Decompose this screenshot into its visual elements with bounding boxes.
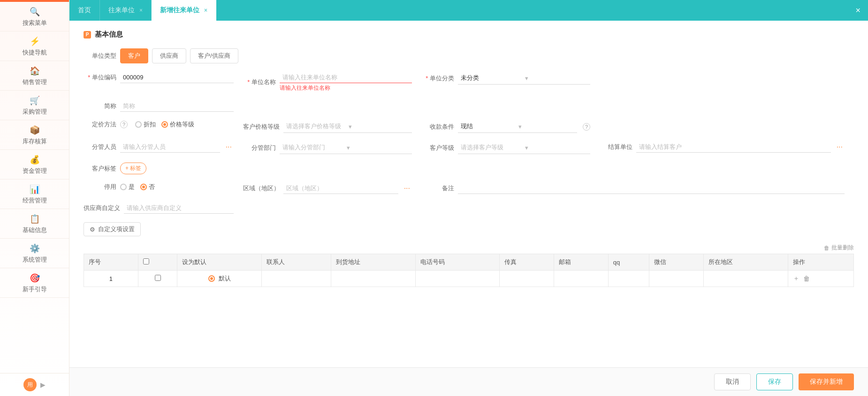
sidebar-item-purchase[interactable]: 🛒 采购管理: [0, 91, 69, 120]
tab-new-partner-close[interactable]: ×: [204, 7, 207, 14]
disabled-label: 停用: [84, 183, 116, 191]
sidebar-item-search[interactable]: 🔍 搜索菜单: [0, 2, 69, 31]
unit-type-row: 单位类型 客户 供应商 客户/供应商: [84, 48, 854, 63]
col-email: 邮箱: [554, 254, 609, 271]
unit-code-input[interactable]: [120, 72, 234, 83]
disabled-no-radio[interactable]: 否: [140, 183, 155, 191]
tag-add-button[interactable]: + 标签: [120, 163, 146, 174]
no-circle: [140, 184, 147, 190]
tab-bar: 首页 往来单位 × 新增往来单位 × ×: [69, 0, 868, 21]
short-name-input[interactable]: [120, 101, 234, 112]
unit-name-input[interactable]: [280, 72, 412, 83]
disabled-yes-radio[interactable]: 是: [120, 183, 135, 191]
supplier-custom-input[interactable]: [124, 202, 234, 214]
payment-terms-label: 收款条件: [421, 123, 454, 131]
sidebar-item-basic-info[interactable]: 📋 基础信息: [0, 209, 69, 239]
cancel-button[interactable]: 取消: [714, 373, 751, 390]
cell-region: [703, 271, 788, 287]
sidebar-item-sales[interactable]: 🏠 销售管理: [0, 61, 69, 91]
row-supplier-custom: 供应商自定义: [84, 202, 854, 214]
pricing-radio-group: 折扣 价格等级: [135, 120, 194, 129]
sidebar-item-guide[interactable]: 🎯 新手引导: [0, 268, 69, 298]
contact-table: 序号 设为默认 联系人 到货地址 电话号码 传真 邮箱 qq 微信 所在地区 操…: [84, 254, 854, 287]
default-radio[interactable]: 默认: [182, 274, 257, 283]
sidebar-expand-icon[interactable]: ▶: [40, 381, 46, 388]
unit-type-both-btn[interactable]: 客户/供应商: [190, 48, 238, 63]
cell-address: [331, 271, 415, 287]
department-label: 分管部门: [243, 144, 276, 152]
disabled-radio-group: 是 否: [120, 183, 155, 191]
unit-category-select[interactable]: 未分类 ▾: [458, 72, 590, 85]
search-icon: 🔍: [30, 7, 40, 17]
row-manager: 分管人员 ··· 分管部门 请输入分管部门 ▾ 客户等级 请选择客户等级 ▾ 结…: [84, 141, 854, 154]
col-region: 所在地区: [703, 254, 788, 271]
tab-partner-label: 往来单位: [108, 6, 135, 15]
tab-partner[interactable]: 往来单位 ×: [100, 0, 152, 21]
tab-home-label: 首页: [78, 6, 91, 15]
add-row-icon[interactable]: ＋: [793, 274, 799, 283]
no-dot: [142, 186, 145, 188]
custom-settings-button[interactable]: ⚙ 自定义项设置: [84, 222, 141, 236]
tab-partner-close[interactable]: ×: [139, 7, 143, 14]
manager-more-btn[interactable]: ···: [224, 143, 234, 151]
sidebar-item-operations[interactable]: 📊 经营管理: [0, 179, 69, 209]
sidebar-item-quick-nav[interactable]: ⚡ 快捷导航: [0, 31, 69, 61]
customer-level-select[interactable]: 请选择客户等级 ▾: [458, 141, 590, 154]
pricing-discount-radio[interactable]: 折扣: [135, 120, 156, 129]
remark-input[interactable]: [458, 183, 845, 194]
pricing-help-icon[interactable]: ?: [120, 121, 128, 128]
discount-circle: [135, 121, 142, 128]
form-content: P 基本信息 单位类型 客户 供应商 客户/供应商 单位编码 单位名称: [69, 21, 868, 367]
grade-dot: [163, 123, 166, 126]
discount-label: 折扣: [144, 120, 156, 129]
save-new-button[interactable]: 保存并新增: [799, 373, 854, 390]
col-default: 设为默认: [177, 254, 262, 271]
unit-name-error-msg: 请输入往来单位名称: [280, 84, 412, 92]
tab-home[interactable]: 首页: [69, 0, 100, 21]
sidebar-item-label: 快捷导航: [23, 48, 47, 57]
settlement-unit-input[interactable]: [636, 141, 831, 153]
sidebar-item-finance[interactable]: 💰 资金管理: [0, 150, 69, 179]
delete-row-icon[interactable]: 🗑: [803, 275, 810, 282]
tab-new-partner[interactable]: 新增往来单位 ×: [152, 0, 216, 21]
payment-terms-help-icon[interactable]: ?: [583, 123, 590, 131]
department-select[interactable]: 请输入分管部门 ▾: [280, 141, 412, 154]
customer-price-level-select[interactable]: 请选择客户价格等级 ▾: [283, 120, 412, 133]
tab-new-partner-label: 新增往来单位: [160, 6, 199, 15]
unit-type-supplier-btn[interactable]: 供应商: [152, 48, 186, 63]
yes-label: 是: [129, 183, 135, 191]
main-close-button[interactable]: ×: [848, 0, 868, 21]
sidebar-item-system[interactable]: ⚙️ 系统管理: [0, 239, 69, 268]
customer-price-chevron: ▾: [349, 123, 409, 130]
save-button[interactable]: 保存: [756, 373, 793, 390]
customer-level-chevron: ▾: [525, 144, 587, 151]
sidebar-item-label: 搜索菜单: [23, 19, 47, 27]
unit-category-chevron: ▾: [525, 75, 587, 82]
unit-code-label: 单位编码: [84, 73, 116, 82]
payment-terms-select[interactable]: 现结 ▾: [458, 120, 577, 133]
customer-tags-field: 客户标签 + 标签: [84, 163, 854, 174]
select-all-checkbox[interactable]: [143, 258, 149, 264]
pricing-method-label: 定价方法: [84, 120, 116, 129]
batch-delete-label: 批量删除: [831, 244, 854, 252]
manager-input[interactable]: [120, 141, 220, 153]
avatar[interactable]: 用: [23, 378, 37, 391]
row-customer-tags: 客户标签 + 标签: [84, 163, 854, 174]
region-input[interactable]: [283, 183, 398, 194]
sidebar-item-label: 库存核算: [23, 137, 47, 146]
batch-delete-button[interactable]: 🗑 批量删除: [824, 244, 854, 252]
short-name-field: 简称: [84, 101, 243, 112]
disabled-field: 停用 是 否: [84, 183, 243, 191]
cell-contact: [262, 271, 331, 287]
unit-code-field: 单位编码: [84, 72, 243, 83]
pricing-grade-radio[interactable]: 价格等级: [161, 120, 194, 129]
unit-type-customer-btn[interactable]: 客户: [120, 48, 148, 63]
section-title-text: 基本信息: [95, 30, 123, 39]
manager-label: 分管人员: [84, 143, 116, 151]
settlement-more-btn[interactable]: ···: [835, 143, 845, 151]
sidebar-item-inventory[interactable]: 📦 库存核算: [0, 120, 69, 150]
row-checkbox[interactable]: [155, 275, 161, 281]
settings-gear-icon: ⚙: [90, 226, 95, 233]
manager-field: 分管人员 ···: [84, 141, 243, 153]
region-more-btn[interactable]: ···: [402, 184, 412, 193]
